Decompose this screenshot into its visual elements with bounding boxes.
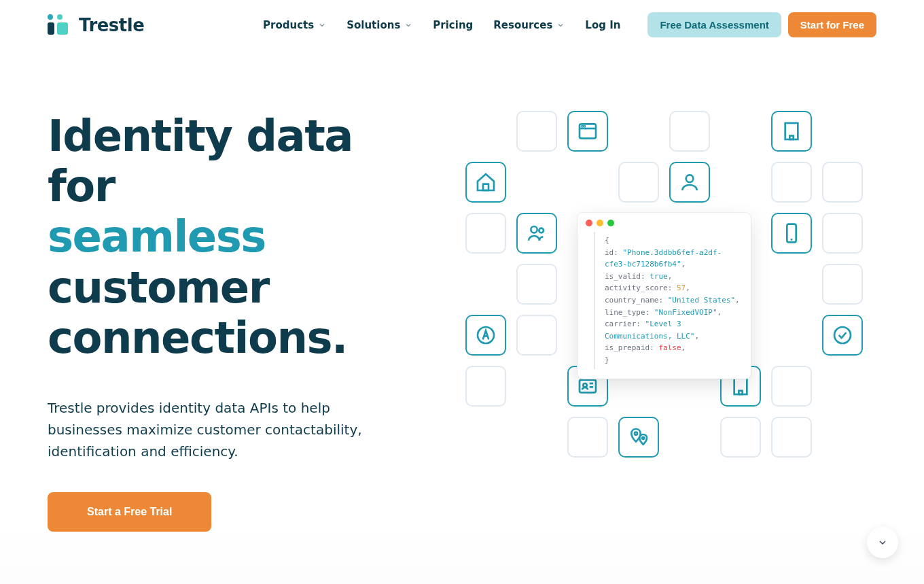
person-icon <box>669 162 710 203</box>
people-icon <box>516 213 557 254</box>
grid-blank-cell <box>465 213 506 254</box>
brand-name: Trestle <box>79 15 144 35</box>
svg-rect-29 <box>739 391 742 394</box>
hero-subhead: Trestle provides identity data APIs to h… <box>48 397 367 462</box>
svg-point-31 <box>642 437 644 439</box>
start-free-trial-button[interactable]: Start a Free Trial <box>48 492 211 532</box>
grid-blank-cell <box>465 366 506 407</box>
svg-point-3 <box>584 126 585 126</box>
nav-login[interactable]: Log In <box>585 19 620 31</box>
svg-point-2 <box>582 126 582 126</box>
grid-blank-cell <box>516 264 557 305</box>
svg-rect-24 <box>734 378 747 394</box>
brand-logo[interactable]: Trestle <box>48 14 144 36</box>
phone-icon <box>771 213 812 254</box>
grid-blank-cell <box>516 111 557 152</box>
hero-illustration: { id: "Phone.3ddbb6fef-a2df-cfe3-bc7128b… <box>455 111 876 532</box>
grid-blank-cell <box>822 162 863 203</box>
svg-point-14 <box>531 226 537 233</box>
chevron-down-icon <box>877 537 888 548</box>
nav-resources[interactable]: Resources <box>493 19 565 31</box>
grid-blank-cell <box>618 162 659 203</box>
home-icon <box>465 162 506 203</box>
nav-links: Products Solutions Pricing Resources Log… <box>263 19 620 31</box>
intro-section: Introducing <box>0 559 924 584</box>
free-data-assessment-button[interactable]: Free Data Assessment <box>647 12 781 37</box>
nav-solutions[interactable]: Solutions <box>346 19 412 31</box>
svg-rect-12 <box>483 184 488 190</box>
browser-icon <box>567 111 608 152</box>
grid-blank-cell <box>771 417 812 458</box>
grid-blank-cell <box>720 417 761 458</box>
hero-section: Identity data for seamless customer conn… <box>0 50 924 559</box>
title-highlight: seamless <box>48 211 266 262</box>
window-min-dot <box>597 220 603 226</box>
start-for-free-button[interactable]: Start for Free <box>788 12 876 37</box>
api-response-window: { id: "Phone.3ddbb6fef-a2df-cfe3-bc7128b… <box>578 213 751 379</box>
grid-blank-cell <box>822 264 863 305</box>
svg-point-13 <box>686 175 694 182</box>
page-title: Identity data for seamless customer conn… <box>48 111 428 363</box>
nav-pricing[interactable]: Pricing <box>433 19 473 31</box>
chevron-down-icon <box>404 21 412 29</box>
svg-rect-4 <box>785 123 798 139</box>
window-max-dot <box>607 220 614 226</box>
nav-cta-group: Free Data Assessment Start for Free <box>647 12 876 37</box>
chevron-down-icon <box>318 21 326 29</box>
top-nav: Trestle Products Solutions Pricing Resou… <box>0 0 924 50</box>
window-controls <box>578 220 751 232</box>
grid-blank-cell <box>669 111 710 152</box>
svg-rect-20 <box>580 380 596 393</box>
svg-point-19 <box>834 327 851 343</box>
svg-point-30 <box>635 432 637 435</box>
nav-products[interactable]: Products <box>263 19 326 31</box>
grid-blank-cell <box>771 366 812 407</box>
logo-mark-icon <box>48 14 72 36</box>
window-close-dot <box>586 220 592 226</box>
badge-a-icon <box>465 315 506 356</box>
building-icon <box>771 111 812 152</box>
grid-blank-cell <box>822 213 863 254</box>
scroll-down-button[interactable] <box>867 527 898 558</box>
grid-blank-cell <box>771 162 812 203</box>
svg-rect-11 <box>789 136 793 139</box>
check-circle-icon <box>822 315 863 356</box>
grid-blank-cell <box>567 417 608 458</box>
svg-point-21 <box>583 383 586 387</box>
map-pin-icon <box>618 417 659 458</box>
chevron-down-icon <box>556 21 565 29</box>
grid-blank-cell <box>516 315 557 356</box>
code-sample: { id: "Phone.3ddbb6fef-a2df-cfe3-bc7128b… <box>594 232 751 369</box>
svg-point-15 <box>539 228 544 233</box>
